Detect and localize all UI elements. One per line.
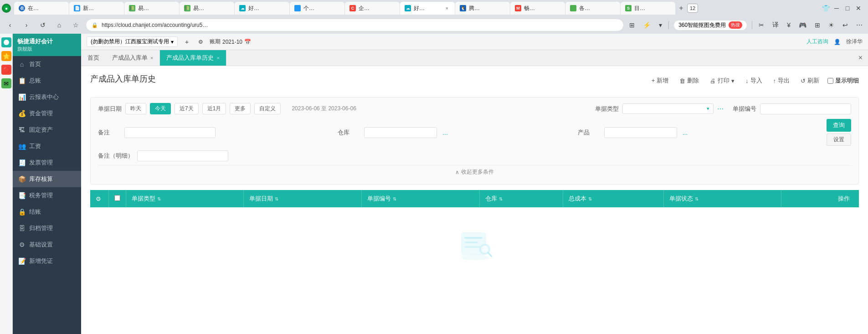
warehouse-filter-input[interactable] — [364, 127, 437, 138]
translate-icon[interactable]: 译 — [770, 19, 781, 31]
query-button[interactable]: 查询 — [827, 119, 851, 132]
collapse-filter-button[interactable]: ∧ 收起更多条件 — [98, 165, 851, 179]
grid-icon[interactable]: ⊞ — [627, 20, 637, 31]
sidebar-item-tax[interactable]: 📑 税务管理 — [13, 187, 81, 204]
th-cost[interactable]: 总成本 ⇅ — [563, 190, 663, 207]
add-button[interactable]: + 新增 — [649, 75, 671, 87]
apps-icon[interactable]: ⊞ — [813, 20, 822, 31]
detail-note-input[interactable] — [137, 150, 228, 161]
date-btn-7days[interactable]: 近7天 — [175, 103, 199, 114]
bookmark-button[interactable]: ☆ — [69, 19, 82, 31]
close-button[interactable]: ✕ — [855, 5, 862, 11]
tab-5[interactable]: ☁ 好… — [235, 2, 289, 15]
add-company-button[interactable]: + — [182, 37, 191, 46]
date-btn-custom[interactable]: 自定义 — [254, 103, 281, 114]
warehouse-dots-button[interactable]: ... — [441, 129, 450, 136]
tab-count[interactable]: 12 — [687, 4, 698, 13]
select-all-checkbox[interactable] — [114, 195, 120, 201]
filter-settings-button[interactable]: 设置 — [827, 134, 851, 146]
tab-12[interactable]: S 目… — [621, 2, 675, 15]
scissors-icon[interactable]: ✂ — [757, 20, 766, 31]
back-button[interactable]: ‹ — [4, 19, 16, 31]
tab-9[interactable]: 🐧 腾… — [455, 2, 510, 15]
sidebar-item-ledger[interactable]: 📋 总账 — [13, 72, 81, 89]
sun-icon[interactable]: ☀ — [827, 20, 836, 31]
th-type[interactable]: 单据类型 ⇅ — [126, 190, 244, 207]
date-btn-1month[interactable]: 近1月 — [202, 103, 226, 114]
sidebar-item-home[interactable]: ⌂ 首页 — [13, 56, 81, 72]
more-icon[interactable]: ⋯ — [854, 20, 864, 31]
settings-company-button[interactable]: ⚙ — [196, 37, 205, 46]
export-button[interactable]: ↑ 导出 — [770, 75, 793, 87]
icon-bar-star[interactable]: ⭐ — [1, 51, 11, 61]
th-date[interactable]: 单据日期 ⇅ — [244, 190, 362, 207]
th-gear[interactable]: ⚙ — [90, 190, 108, 207]
tab-8-close[interactable]: × — [444, 5, 450, 11]
forward-button[interactable]: › — [20, 19, 33, 31]
th-number[interactable]: 单据编号 ⇅ — [361, 190, 479, 207]
breadcrumb-tab-1-close[interactable]: × — [150, 55, 153, 61]
add-tab-button[interactable]: + — [676, 3, 687, 14]
import-button[interactable]: ↓ 导入 — [743, 75, 765, 87]
home-nav-button[interactable]: ⌂ — [53, 19, 66, 31]
product-dots-button[interactable]: ... — [681, 129, 690, 136]
display-detail[interactable]: 显示明细 — [827, 77, 859, 85]
tab-2[interactable]: 📄 新… — [69, 2, 124, 15]
sidebar-item-settings[interactable]: ⚙ 基础设置 — [13, 236, 81, 253]
number-filter-input[interactable] — [760, 103, 851, 114]
browser-search-bar[interactable]: 360智能抠图免费用 热搜 — [673, 20, 747, 31]
sidebar-item-close[interactable]: 🔒 结账 — [13, 204, 81, 220]
sidebar-item-inventory[interactable]: 📦 库存核算 — [13, 171, 81, 187]
tab-11[interactable]: 各… — [565, 2, 620, 15]
th-checkbox[interactable] — [108, 190, 126, 207]
sidebar-item-payroll[interactable]: 👥 工资 — [13, 138, 81, 154]
tab-10[interactable]: M 畅… — [510, 2, 565, 15]
breadcrumb-tab-1[interactable]: 产成品入库单 × — [106, 50, 160, 66]
breadcrumb-home[interactable]: 首页 — [81, 50, 106, 66]
icon-bar-mail[interactable]: ✉ — [1, 78, 11, 88]
breadcrumb-tab-2-close[interactable]: × — [216, 55, 219, 61]
th-warehouse-sort-icon: ⇅ — [499, 196, 503, 201]
icon-bar-app[interactable] — [1, 37, 11, 47]
tab-4[interactable]: 📗 易… — [180, 2, 234, 15]
date-btn-today[interactable]: 今天 — [150, 103, 171, 114]
gamepad-icon[interactable]: 🎮 — [797, 20, 808, 31]
maximize-button[interactable]: □ — [844, 5, 851, 11]
sidebar-item-reports[interactable]: 📊 云报表中心 — [13, 89, 81, 105]
shirt-icon[interactable]: 👕 — [822, 5, 829, 11]
type-select[interactable]: ▾ — [622, 103, 714, 114]
user-service-button[interactable]: 人工咨询 — [806, 38, 828, 46]
sidebar-item-newdoc[interactable]: 📝 新增凭证 — [13, 253, 81, 269]
panel-close-button[interactable]: × — [853, 50, 868, 66]
lightning-icon[interactable]: ⚡ — [641, 20, 652, 31]
print-button[interactable]: 🖨 打印 ▾ — [707, 75, 737, 87]
tab-1[interactable]: 在 在… — [14, 2, 69, 15]
dropdown-icon[interactable]: ▾ — [657, 20, 664, 31]
undo-icon[interactable]: ↩ — [841, 20, 850, 31]
company-selector[interactable]: (勿删勿禁用）江西服宝测试专用 ▾ — [87, 36, 178, 47]
tab-6[interactable]: 个… — [290, 2, 344, 15]
sidebar-item-invoice[interactable]: 🧾 发票管理 — [13, 154, 81, 171]
tab-3[interactable]: 📗 易… — [124, 2, 179, 15]
sidebar-item-finance[interactable]: 💰 资金管理 — [13, 105, 81, 122]
refresh-nav-button[interactable]: ↺ — [36, 19, 49, 31]
product-filter-input[interactable] — [604, 127, 677, 138]
tab-8[interactable]: ☁ 好… × — [400, 2, 455, 15]
th-status[interactable]: 单据状态 ⇅ — [663, 190, 781, 207]
tab-7[interactable]: C 企… — [345, 2, 400, 15]
url-bar[interactable]: 🔒 https://cloud.chanjet.com/accounting/u… — [86, 19, 624, 31]
yuan-icon[interactable]: ¥ — [785, 20, 792, 31]
display-detail-checkbox[interactable] — [827, 78, 833, 84]
date-btn-more[interactable]: 更多 — [230, 103, 251, 114]
refresh-button[interactable]: ↺ 刷新 — [798, 75, 822, 87]
icon-bar-weibo[interactable]: 🔴 — [1, 65, 11, 75]
breadcrumb-tab-2[interactable]: 产成品入库单历史 × — [160, 50, 226, 66]
product-filter-group: 产品 ... — [578, 127, 808, 138]
th-warehouse[interactable]: 仓库 ⇅ — [479, 190, 563, 207]
sidebar-item-assets[interactable]: 🏗 固定资产 — [13, 122, 81, 138]
date-btn-yesterday[interactable]: 昨天 — [125, 103, 146, 114]
delete-button[interactable]: 🗑 删除 — [677, 75, 702, 87]
note-filter-input[interactable] — [124, 127, 216, 138]
sidebar-item-archive[interactable]: 🗄 归档管理 — [13, 220, 81, 236]
minimize-button[interactable]: ─ — [833, 5, 840, 11]
